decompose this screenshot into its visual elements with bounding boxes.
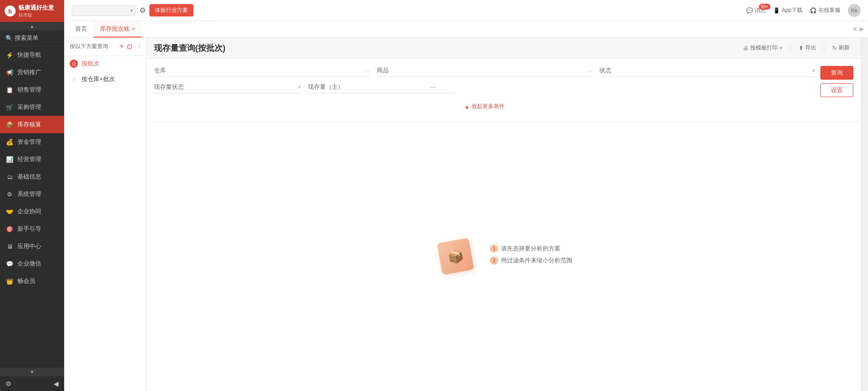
scheme-item-by-batch[interactable]: ⊙ 按批次 (64, 56, 146, 71)
goods-dots[interactable]: ··· (587, 67, 592, 74)
purchase-icon: 🛒 (5, 103, 14, 111)
refresh-btn[interactable]: ↻ 刷新 (829, 42, 853, 54)
filter-row-2: 现存量状态 ▾ 现存量（主） — (154, 82, 815, 93)
inventory-status-label: 现存量状态 (154, 83, 184, 91)
tab-home[interactable]: 首页 (69, 21, 93, 38)
topbar-gear-icon[interactable]: ⚙ (139, 6, 146, 15)
print-dropdown-icon: ▾ (780, 45, 782, 51)
user-avatar-btn[interactable]: Rit (848, 4, 861, 17)
filter-row-1: 仓库 ··· 商品 ··· 状态 ▾ (154, 66, 815, 77)
sidebar-item-basic-info[interactable]: 🗂 基础信息 (0, 168, 64, 185)
settings-btn[interactable]: 设置 (820, 83, 853, 97)
action-divider: | (790, 44, 791, 51)
tab-inventory-batch[interactable]: 库存批次账 × (93, 21, 142, 38)
scheme-active-icon: ⊙ (70, 60, 78, 68)
warehouse-dots[interactable]: ··· (364, 67, 369, 74)
sidebar-footer: ⚙ ◀ (0, 376, 64, 391)
query-btn[interactable]: 查询 (820, 66, 853, 80)
messages-btn[interactable]: 💬 消息 99+ (746, 6, 766, 14)
action-divider2: | (824, 44, 825, 51)
sidebar-item-app-center[interactable]: 🖥 应用中心 (0, 238, 64, 255)
sidebar-item-marketing[interactable]: 📢 营销推广 (0, 64, 64, 81)
panel-close-btn[interactable]: × (853, 25, 857, 33)
user-name-short: Rit (851, 8, 857, 13)
sidebar-item-label: 营销推广 (17, 68, 41, 76)
sidebar-item-label: 快捷导航 (17, 51, 41, 59)
sidebar-item-label: 经营管理 (17, 155, 41, 163)
sidebar-item-inventory[interactable]: 📦 库存核算 (0, 116, 64, 133)
inventory-qty-max[interactable] (439, 82, 520, 91)
status-input[interactable] (613, 66, 810, 75)
collapse-up-icon: ▲ (464, 103, 470, 110)
sidebar-item-finance[interactable]: 💰 资金管理 (0, 133, 64, 151)
print-icon: 🖨 (743, 45, 748, 51)
sidebar-item-purchase[interactable]: 🛒 采购管理 (0, 98, 64, 116)
sidebar-search-label: 搜索菜单 (15, 34, 38, 42)
sidebar-item-sales[interactable]: 📋 销售管理 (0, 81, 64, 98)
customer-service-btn[interactable]: 🎧 在线客服 (810, 6, 841, 14)
app-title: 畅康通好生意 (18, 4, 54, 12)
export-icon: ⬆ (799, 45, 803, 51)
app-header-text: 畅康通好生意 标准版 (18, 4, 54, 18)
sidebar-item-enterprise-wx[interactable]: 💬 企业微信 (0, 255, 64, 272)
sidebar-item-label: 资金管理 (17, 138, 41, 146)
print-btn[interactable]: 🖨 按模板打印 ▾ (739, 42, 786, 54)
add-scheme-icon[interactable]: + (120, 42, 124, 51)
tab-scroll-icon[interactable]: ▶ (860, 26, 863, 32)
search-icon: 🔍 (5, 35, 13, 42)
quick-nav-icon: ⚡ (5, 51, 14, 59)
sidebar-scroll-up[interactable]: ▲ (0, 22, 64, 30)
sidebar-item-label: 企业微信 (17, 260, 41, 268)
warehouse-input[interactable] (168, 66, 362, 75)
inventory-status-col: 现存量状态 ▾ (154, 82, 301, 93)
status-arrow: ▾ (812, 67, 815, 74)
goods-input[interactable] (390, 66, 585, 75)
filter-collapse-btn[interactable]: ▲ 收起更多条件 (154, 99, 815, 114)
sidebar-item-system[interactable]: ⚙ 系统管理 (0, 185, 64, 203)
left-panel: 按以下方案查询 + ⊙ 《 ⊙ 按批次 ○ 按仓库+批次 (64, 38, 147, 391)
left-panel-header: 按以下方案查询 + ⊙ 《 (64, 38, 146, 56)
footer-collapse-icon[interactable]: ◀ (54, 380, 59, 387)
empty-tips: 1 请先选择要分析的方案 2 用过滤条件来缩小分析范围 (490, 244, 572, 268)
dropdown-icon: ▾ (130, 7, 133, 14)
inventory-status-input[interactable] (186, 82, 296, 91)
sidebar-scroll-down[interactable]: ▼ (0, 368, 64, 376)
message-icon: 💬 (746, 7, 753, 14)
goods-filter-col: 商品 ··· (377, 66, 592, 77)
sidebar-item-label: 企业协同 (17, 207, 41, 216)
sidebar-item-newbie[interactable]: 🎯 新手引导 (0, 220, 64, 238)
scheme-settings-icon[interactable]: ⊙ (126, 42, 132, 51)
enterprise-collab-icon: 🤝 (5, 207, 14, 216)
sidebar-item-quick-nav[interactable]: ⚡ 快捷导航 (0, 46, 64, 64)
tip-text-2: 用过滤条件来缩小分析范围 (501, 256, 572, 265)
search-input[interactable] (71, 5, 136, 16)
sidebar-search-item[interactable]: 🔍 搜索菜单 (0, 30, 64, 46)
sidebar: b 畅康通好生意 标准版 ▲ 🔍 搜索菜单 ⚡ 快捷导航 📢 营销推广 📋 销售… (0, 0, 64, 391)
app-download-btn[interactable]: 📱 App下载 (773, 6, 802, 14)
collapse-panel-icon[interactable]: 《 (135, 42, 141, 51)
inventory-status-arrow: ▾ (298, 84, 301, 90)
inventory-qty-dash: — (428, 83, 438, 90)
member-icon: 👑 (5, 277, 14, 285)
inventory-qty-min[interactable] (346, 82, 426, 91)
left-panel-header-label: 按以下方案查询 (70, 43, 108, 50)
empty-state: 📦 1 请先选择要分析的方案 2 用过滤条件来缩小分析范围 (147, 122, 861, 391)
scheme-by-wh-batch-label: 按仓库+批次 (82, 75, 115, 83)
collapse-label: 收起更多条件 (472, 103, 505, 110)
sales-icon: 📋 (5, 86, 14, 94)
app-logo: b (5, 5, 16, 16)
scheme-item-by-warehouse-batch[interactable]: ○ 按仓库+批次 (64, 71, 146, 87)
tip-num-2: 2 (490, 256, 498, 265)
filter-right-actions: 查询 设置 (820, 66, 853, 97)
tab-close-icon[interactable]: × (132, 26, 135, 32)
app-subtitle: 标准版 (18, 12, 54, 18)
topbar-right: 💬 消息 99+ 📱 App下载 🎧 在线客服 Rit (746, 4, 861, 17)
footer-settings-icon[interactable]: ⚙ (5, 380, 11, 387)
sidebar-item-enterprise-collab[interactable]: 🤝 企业协同 (0, 203, 64, 220)
sidebar-item-member[interactable]: 👑 畅会员 (0, 272, 64, 290)
right-panel: 现存量查询(按批次) 🖨 按模板打印 ▾ | ⬆ 导出 | ↻ (147, 38, 861, 391)
experience-btn[interactable]: 体验行业方案 (149, 4, 193, 16)
export-btn[interactable]: ⬆ 导出 (795, 42, 820, 54)
sidebar-item-operations[interactable]: 📊 经营管理 (0, 151, 64, 168)
scheme-inactive-icon: ○ (70, 75, 78, 83)
